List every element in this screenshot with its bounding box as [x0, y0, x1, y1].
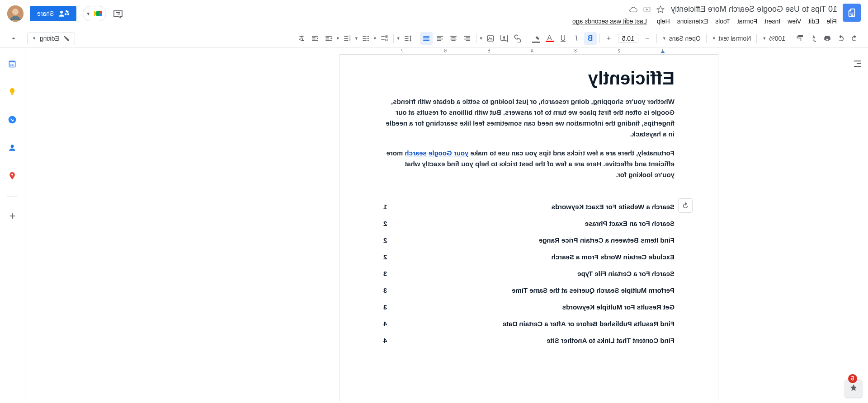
menu-file[interactable]: File — [823, 16, 840, 27]
toc-title: Get Results For Multiple Keywords — [562, 303, 675, 311]
outline-toggle-icon[interactable] — [852, 58, 863, 69]
clear-formatting-button[interactable] — [295, 32, 308, 45]
editing-mode-label: Editing — [40, 35, 59, 42]
decrease-font-size-button[interactable]: − — [641, 32, 654, 45]
menu-format[interactable]: Format — [734, 16, 760, 27]
star-icon[interactable] — [656, 5, 665, 14]
toc-title: Search a Website For Exact Keywords — [552, 203, 675, 211]
document-title[interactable]: 10 Tips to Use Google Search More Effici… — [668, 4, 840, 15]
svg-point-22 — [11, 173, 13, 175]
font-size-input[interactable]: 10.5 — [618, 34, 638, 43]
horizontal-ruler[interactable]: 1 2 3 4 5 6 7 — [340, 47, 718, 55]
align-center-button[interactable] — [447, 32, 460, 45]
zoom-select[interactable]: 100%▼ — [760, 32, 788, 45]
docs-logo[interactable] — [843, 4, 861, 22]
toc-page: 4 — [383, 320, 387, 328]
document-canvas[interactable]: 1 2 3 4 5 6 7 Efficiently Whether you're… — [25, 47, 847, 401]
toc-row[interactable]: Find Results Published Before or After a… — [383, 315, 675, 332]
spellcheck-button[interactable] — [807, 32, 820, 45]
menu-view[interactable]: View — [784, 16, 804, 27]
ruler-tick: 1 — [661, 48, 664, 53]
underline-button[interactable]: U — [557, 32, 570, 45]
get-addons-button[interactable]: + — [4, 207, 22, 225]
toc-refresh-button[interactable] — [678, 198, 693, 213]
doc-heading[interactable]: Efficiently — [383, 68, 675, 88]
bold-button[interactable]: B — [584, 32, 597, 45]
insert-image-button[interactable] — [484, 32, 497, 45]
tasks-addon-icon[interactable] — [4, 111, 22, 129]
insert-link-button[interactable] — [511, 32, 524, 45]
menu-tools[interactable]: Tools — [712, 16, 733, 27]
toc-title: Search For an Exact Phrase — [585, 220, 675, 227]
redo-button[interactable] — [835, 32, 847, 45]
maps-addon-icon[interactable] — [4, 167, 22, 185]
doc-paragraph[interactable]: Whether you're shopping, doing research,… — [383, 96, 675, 140]
menu-edit[interactable]: Edit — [805, 16, 822, 27]
checklist-button[interactable] — [378, 32, 391, 45]
toc-row[interactable]: Find Content That Links to Another Site4 — [383, 332, 675, 349]
numbered-caret-icon[interactable]: ▼ — [336, 36, 340, 41]
increase-font-size-button[interactable]: + — [603, 32, 615, 45]
last-edit-link[interactable]: Last edit was seconds ago — [569, 16, 650, 27]
print-button[interactable] — [821, 32, 834, 45]
toc-row[interactable]: Search For a Certain File Type3 — [383, 265, 675, 282]
move-icon[interactable] — [643, 5, 651, 14]
toc-title: Find Results Published Before or After a… — [503, 320, 675, 328]
toc-row[interactable]: Search For an Exact Phrase2 — [383, 215, 675, 232]
italic-button[interactable]: I — [571, 32, 583, 45]
toc-page: 3 — [383, 270, 387, 277]
doc-paragraph[interactable]: Fortunately, there are a few tricks and … — [383, 148, 675, 180]
table-of-contents[interactable]: Search a Website For Exact Keywords1 Sea… — [383, 198, 675, 349]
menu-extensions[interactable]: Extensions — [674, 16, 711, 27]
toc-page: 3 — [383, 286, 387, 294]
insert-comment-button[interactable] — [498, 32, 510, 45]
calendar-addon-icon[interactable]: 31 — [4, 55, 22, 73]
hide-menus-button[interactable] — [7, 32, 20, 45]
paragraph-style-select[interactable]: Normal text▼ — [709, 32, 754, 45]
undo-button[interactable] — [848, 32, 861, 45]
ruler-tick: 3 — [574, 48, 577, 53]
bulleted-list-button[interactable] — [359, 32, 372, 45]
toc-row[interactable]: Find Items Between a Certain Price Range… — [383, 232, 675, 248]
toc-row[interactable]: Search a Website For Exact Keywords1 — [383, 198, 675, 215]
svg-point-11 — [368, 40, 369, 41]
toolbar: 100%▼ Normal text▼ Open Sans▼ − 10.5 + B… — [0, 29, 868, 47]
menu-insert[interactable]: Insert — [761, 16, 783, 27]
decrease-indent-button[interactable] — [322, 32, 335, 45]
contacts-addon-icon[interactable] — [4, 139, 22, 157]
account-avatar[interactable] — [7, 5, 24, 22]
align-justify-button[interactable] — [420, 32, 433, 45]
meet-button[interactable]: ▼ — [83, 6, 106, 21]
font-select[interactable]: Open Sans▼ — [660, 32, 703, 45]
cloud-status-icon[interactable] — [629, 5, 637, 14]
toc-row[interactable]: Perform Multiple Search Queries at the S… — [383, 282, 675, 299]
align-left-button[interactable] — [461, 32, 473, 45]
ruler-tick: 7 — [401, 48, 403, 53]
checklist-caret-icon[interactable]: ▼ — [373, 36, 377, 41]
numbered-list-button[interactable]: 123 — [341, 32, 354, 45]
highlight-color-button[interactable] — [530, 32, 542, 45]
doc-link[interactable]: your Google search — [405, 149, 468, 157]
paint-format-button[interactable] — [794, 32, 807, 45]
increase-indent-button[interactable] — [309, 32, 321, 45]
share-button[interactable]: Share — [30, 6, 76, 21]
keep-addon-icon[interactable] — [4, 83, 22, 101]
notification-badge: 5 — [848, 374, 857, 383]
text-color-button[interactable]: A — [543, 32, 556, 45]
toc-page: 4 — [383, 337, 387, 344]
toc-row[interactable]: Exclude Certain Words From a Search2 — [383, 248, 675, 265]
image-caret-icon[interactable]: ▼ — [479, 36, 483, 41]
caret-down-icon: ▼ — [86, 11, 90, 16]
toc-title: Search For a Certain File Type — [577, 270, 675, 277]
editing-mode-button[interactable]: Editing ▼ — [27, 33, 75, 44]
spacing-caret-icon[interactable]: ▼ — [396, 36, 401, 41]
line-spacing-button[interactable] — [401, 32, 414, 45]
toc-row[interactable]: Get Results For Multiple Keywords3 — [383, 299, 675, 315]
align-right-button[interactable] — [434, 32, 446, 45]
toc-page: 3 — [383, 303, 387, 311]
menu-bar: File Edit View Insert Format Tools Exten… — [123, 16, 840, 27]
document-page[interactable]: Efficiently Whether you're shopping, doi… — [340, 55, 718, 401]
bullet-caret-icon[interactable]: ▼ — [354, 36, 359, 41]
comment-history-icon[interactable] — [113, 8, 123, 19]
menu-help[interactable]: Help — [654, 16, 673, 27]
